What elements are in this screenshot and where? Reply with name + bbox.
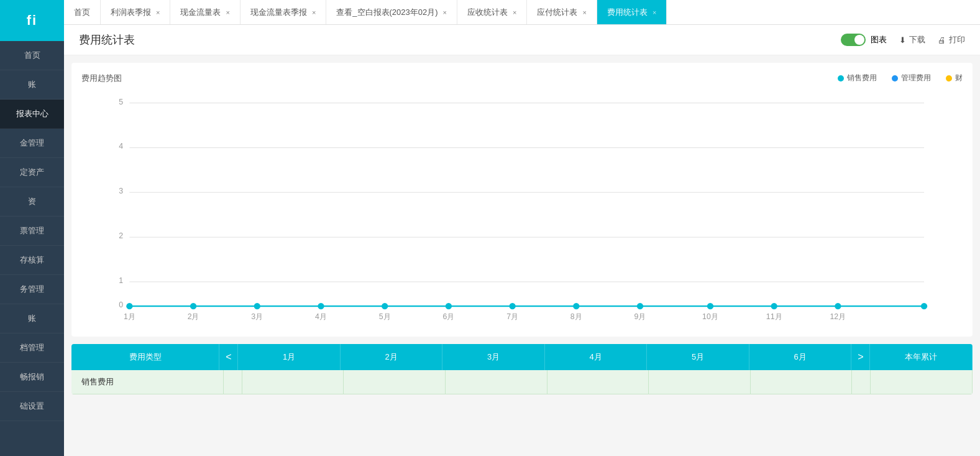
sidebar-item-home[interactable]: 首页 (0, 41, 64, 70)
tab-home[interactable]: 首页 (64, 0, 101, 24)
svg-point-24 (921, 303, 927, 309)
svg-text:8月: 8月 (570, 312, 582, 321)
sidebar-item-account[interactable]: 账 (0, 70, 64, 100)
legend-label-admin: 管理费用 (901, 73, 931, 83)
svg-text:5月: 5月 (379, 312, 391, 321)
legend-dot-finance (946, 75, 952, 81)
sidebar-item-ticket[interactable]: 票管理 (0, 216, 64, 246)
tab-close-cashflow[interactable]: × (226, 9, 229, 16)
col-may: 5月 (647, 344, 749, 370)
sidebar-item-inventory[interactable]: 存核算 (0, 246, 64, 275)
table-row: 销售费用 (71, 370, 973, 394)
chart-section: 费用趋势图 销售费用 管理费用 财 (71, 63, 973, 337)
col-nav-next[interactable]: > (851, 344, 870, 370)
svg-point-23 (835, 303, 841, 309)
legend-finance: 财 (946, 73, 963, 83)
col-ytd: 本年累计 (870, 344, 973, 370)
cell-apr (547, 370, 649, 394)
download-button[interactable]: ⬇ 下载 (899, 34, 925, 45)
header-actions: 图表 ⬇ 下载 🖨 打印 (841, 34, 965, 46)
svg-point-16 (382, 303, 388, 309)
sidebar-item-fund[interactable]: 金管理 (0, 129, 64, 158)
svg-text:3: 3 (119, 187, 123, 195)
sidebar: fi 首页 账 报表中心 金管理 定资产 资 票管理 存核算 务管理 账 档管理… (0, 0, 64, 456)
tab-expense-stat[interactable]: 费用统计表 × (597, 0, 667, 24)
svg-text:2月: 2月 (188, 312, 199, 321)
main-content: 首页 利润表季报 × 现金流量表 × 现金流量表季报 × 查看_空白报表(202… (64, 0, 980, 456)
svg-text:1: 1 (119, 276, 123, 285)
tab-cashflow[interactable]: 现金流量表 × (170, 0, 240, 24)
tab-close-payable-stat[interactable]: × (582, 9, 586, 16)
col-jan: 1月 (238, 344, 341, 370)
col-type: 费用类型 (71, 344, 219, 370)
svg-text:0: 0 (119, 300, 123, 309)
col-apr: 4月 (545, 344, 648, 370)
svg-text:1月: 1月 (124, 312, 135, 321)
sidebar-item-business[interactable]: 务管理 (0, 275, 64, 304)
chart-container: 5 4 3 2 1 0 (81, 90, 963, 327)
svg-text:4月: 4月 (315, 312, 327, 321)
cell-nav-next (852, 370, 871, 394)
chart-toggle[interactable] (841, 34, 866, 46)
cell-type: 销售费用 (71, 370, 224, 394)
svg-point-19 (573, 303, 579, 309)
svg-point-15 (318, 303, 324, 309)
svg-text:6月: 6月 (442, 312, 454, 321)
tab-receivable-stat[interactable]: 应收统计表 × (457, 0, 527, 24)
tab-close-profit[interactable]: × (156, 9, 160, 16)
tab-payable-stat[interactable]: 应付统计表 × (527, 0, 597, 24)
svg-point-21 (707, 303, 713, 309)
svg-text:11月: 11月 (766, 312, 782, 321)
chart-svg: 5 4 3 2 1 0 (81, 90, 963, 327)
svg-point-22 (771, 303, 777, 309)
col-mar: 3月 (442, 344, 545, 370)
col-nav-prev[interactable]: < (219, 344, 238, 370)
sidebar-item-write-off[interactable]: 畅报销 (0, 363, 64, 392)
sidebar-item-archive[interactable]: 档管理 (0, 333, 64, 363)
page-header: 费用统计表 图表 ⬇ 下载 🖨 打印 (64, 25, 980, 55)
tab-cashflow-quarter[interactable]: 现金流量表季报 × (240, 0, 326, 24)
tab-close-expense-stat[interactable]: × (653, 9, 656, 16)
svg-point-20 (637, 303, 643, 309)
sidebar-item-loan[interactable]: 资 (0, 187, 64, 216)
print-icon: 🖨 (938, 35, 946, 45)
tab-bar: 首页 利润表季报 × 现金流量表 × 现金流量表季报 × 查看_空白报表(202… (64, 0, 980, 25)
col-feb: 2月 (341, 344, 443, 370)
cell-may (649, 370, 751, 394)
sidebar-item-report-center[interactable]: 报表中心 (0, 100, 64, 129)
print-button[interactable]: 🖨 打印 (938, 34, 965, 45)
sidebar-item-fixed-assets[interactable]: 定资产 (0, 158, 64, 187)
cell-jun (751, 370, 853, 394)
cell-nav-prev (224, 370, 242, 394)
svg-point-13 (190, 303, 196, 309)
legend-label-finance: 财 (955, 73, 963, 83)
svg-text:7月: 7月 (506, 312, 518, 321)
table-section: 费用类型 < 1月 2月 3月 4月 5月 6月 > 本年累计 销售费用 (71, 344, 973, 394)
svg-text:2: 2 (119, 231, 123, 240)
svg-text:10月: 10月 (702, 312, 718, 321)
tab-blank-report[interactable]: 查看_空白报表(2023年02月) × (326, 0, 457, 24)
svg-text:3月: 3月 (251, 312, 263, 321)
tab-close-receivable-stat[interactable]: × (513, 9, 516, 16)
page-content: 费用统计表 图表 ⬇ 下载 🖨 打印 费用趋势图 (64, 25, 980, 456)
svg-point-14 (254, 303, 260, 309)
cell-ytd (871, 370, 973, 394)
legend-sales: 销售费用 (838, 73, 877, 83)
col-jun: 6月 (749, 344, 852, 370)
tab-profit[interactable]: 利润表季报 × (101, 0, 170, 24)
tab-close-blank-report[interactable]: × (443, 9, 447, 16)
tab-close-cashflow-quarter[interactable]: × (312, 9, 316, 16)
legend-dot-sales (838, 75, 844, 81)
table-header-row: 费用类型 < 1月 2月 3月 4月 5月 6月 > 本年累计 (71, 344, 973, 370)
svg-point-17 (446, 303, 452, 309)
chart-legend: 销售费用 管理费用 财 (838, 73, 963, 83)
svg-text:12月: 12月 (830, 312, 846, 321)
sidebar-item-receivable[interactable]: 账 (0, 304, 64, 333)
cell-feb (344, 370, 446, 394)
sidebar-item-settings[interactable]: 础设置 (0, 392, 64, 421)
sidebar-logo: fi (0, 0, 64, 41)
cell-mar (446, 370, 547, 394)
legend-admin: 管理费用 (892, 73, 931, 83)
download-icon: ⬇ (899, 35, 906, 45)
legend-dot-admin (892, 75, 898, 81)
